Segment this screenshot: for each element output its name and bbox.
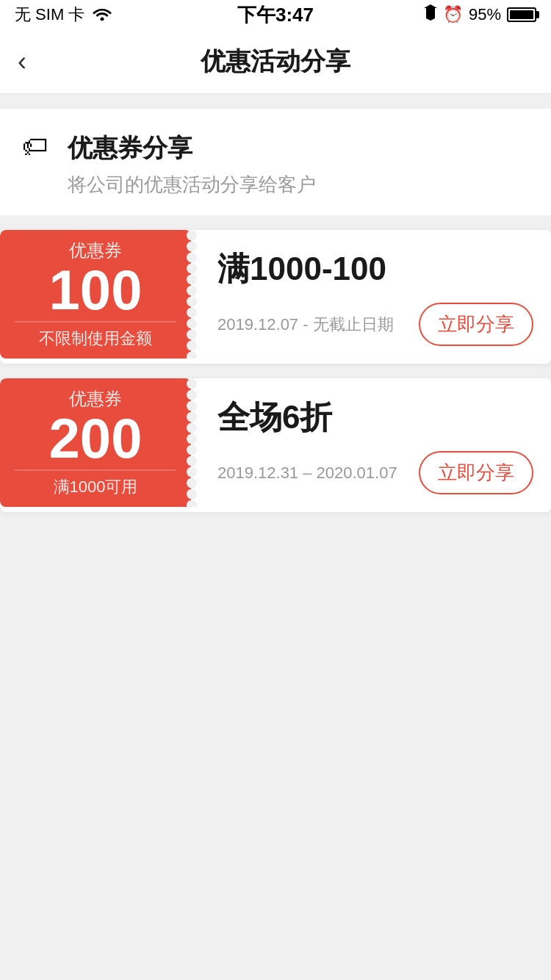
coupon-name-0: 满1000-100 [217,248,533,291]
alarm-icon: ⏰ [443,5,463,24]
location-icon [424,4,437,25]
status-time: 下午3:47 [237,2,314,28]
svg-point-29 [187,489,197,500]
svg-text:优惠券: 优惠券 [69,389,122,408]
svg-point-28 [187,478,197,489]
svg-text:优惠券: 优惠券 [69,240,122,260]
wifi-icon [92,4,112,25]
svg-point-4 [187,253,197,263]
svg-point-26 [187,456,197,466]
svg-point-3 [187,242,197,252]
back-button[interactable]: ‹ [18,46,26,77]
svg-point-21 [187,401,197,411]
svg-point-8 [187,297,197,307]
svg-point-2 [187,231,197,241]
nav-title: 优惠活动分享 [201,45,350,79]
coupon-left-1: 优惠券 200 满1000可用 [0,378,206,512]
status-left: 无 SIM 卡 [15,4,112,26]
svg-point-10 [187,319,197,329]
svg-text:不限制使用金额: 不限制使用金额 [39,329,152,347]
section-title-row: 🏷 优惠券分享 [22,131,529,166]
section-title: 优惠券分享 [68,131,192,165]
svg-text:200: 200 [49,407,143,469]
share-button-0[interactable]: 立即分享 [419,303,533,346]
svg-point-20 [187,390,197,400]
svg-point-11 [187,330,197,340]
coupon-bottom-row-1: 2019.12.31 – 2020.01.07 立即分享 [217,451,533,494]
svg-text:满1000可用: 满1000可用 [54,478,138,496]
status-bar: 无 SIM 卡 下午3:47 ⏰ 95% [0,0,551,29]
svg-point-19 [187,379,197,389]
coupon-bottom-row-0: 2019.12.07 - 无截止日期 立即分享 [217,303,533,346]
coupon-card: 优惠券 100 不限制使用金额 满1000-100 2019.12.07 - 无… [0,230,551,364]
svg-point-6 [187,275,197,285]
svg-point-7 [187,286,197,296]
coupon-right-1: 全场6折 2019.12.31 – 2020.01.07 立即分享 [206,378,551,512]
status-right: ⏰ 95% [424,4,536,25]
battery-icon [507,7,536,22]
coupon-name-1: 全场6折 [217,396,533,439]
coupon-date-1: 2019.12.31 – 2020.01.07 [217,464,419,483]
coupon-card: 优惠券 200 满1000可用 全场6折 2019.12.31 – 2020.0… [0,378,551,512]
section-header: 🏷 优惠券分享 将公司的优惠活动分享给客户 [0,109,551,215]
coupon-left-0: 优惠券 100 不限制使用金额 [0,230,206,364]
carrier-label: 无 SIM 卡 [15,4,84,26]
svg-point-5 [187,264,197,274]
coupon-right-0: 满1000-100 2019.12.07 - 无截止日期 立即分享 [206,230,551,364]
svg-text:100: 100 [49,259,143,321]
nav-bar: ‹ 优惠活动分享 [0,29,551,94]
svg-point-25 [187,445,197,455]
svg-point-27 [187,467,197,478]
svg-point-23 [187,423,197,433]
svg-point-12 [187,341,197,351]
svg-point-24 [187,434,197,444]
share-button-1[interactable]: 立即分享 [419,451,533,494]
battery-label: 95% [469,5,501,24]
coupon-list: 优惠券 100 不限制使用金额 满1000-100 2019.12.07 - 无… [0,215,551,541]
svg-point-0 [101,18,104,21]
back-icon: ‹ [18,46,26,77]
coupon-share-icon: 🏷 [22,131,57,166]
section-subtitle: 将公司的优惠活动分享给客户 [68,172,529,198]
svg-point-22 [187,412,197,422]
coupon-date-0: 2019.12.07 - 无截止日期 [217,314,419,336]
svg-point-9 [187,308,197,318]
